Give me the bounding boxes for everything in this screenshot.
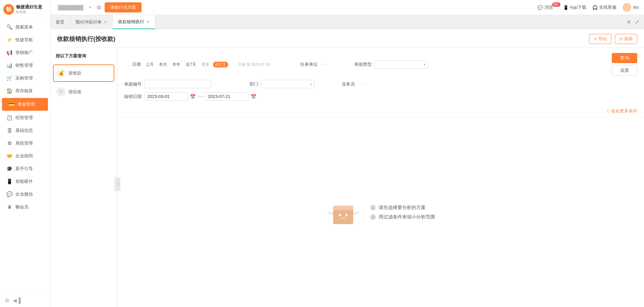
main-area: ████████ ▾ ⚙ 体验行业方案 💬 消息 99+ 📱 App下载 🎧 在…	[50, 0, 644, 307]
sidebar-item-finance[interactable]: 💳 资金管理	[2, 98, 48, 111]
calendar-icon[interactable]: 📅	[190, 94, 196, 99]
topbar: ████████ ▾ ⚙ 体验行业方案 💬 消息 99+ 📱 App下载 🎧 在…	[50, 0, 644, 15]
sidebar-item-wxwork[interactable]: 💬 企业微信	[0, 188, 50, 201]
sidebar-item-marketing[interactable]: 📢 营销推广	[0, 46, 50, 59]
calendar-icon[interactable]: 📅	[251, 94, 256, 99]
topbar-right: 💬 消息 99+ 📱 App下载 🎧 在线客服 Rit	[538, 3, 639, 12]
brand-edition: 标准版	[16, 10, 42, 14]
empty-hint-2-text: 用过滤条件来缩小分析范围	[379, 214, 435, 220]
dept-label: 部门	[241, 81, 258, 87]
bill-type-select[interactable]	[374, 60, 428, 69]
tab-label: 首页	[56, 19, 64, 25]
sidebar-item-hardware[interactable]: 📱 智能硬件	[0, 175, 50, 188]
purchase-icon: 🛒	[6, 75, 13, 81]
sidebar-item-basicinfo[interactable]: 🗄 基础信息	[0, 124, 50, 137]
service-label: 在线客服	[599, 4, 616, 10]
sidebar-item-label: 新手引导	[15, 166, 33, 172]
tab-home[interactable]: 首页	[50, 15, 70, 29]
collapse-sidebar-icon[interactable]: ◀▐	[13, 297, 20, 304]
filter-collapse-button[interactable]: 《	[114, 177, 120, 191]
sidebar-item-member[interactable]: ♛ 畅会员	[0, 201, 50, 213]
filter-item-by-receipt[interactable]: 💰 按收款	[53, 64, 114, 82]
finance-icon: 💳	[8, 101, 15, 107]
message-button[interactable]: 💬 消息 99+	[538, 4, 557, 10]
date-more-button[interactable]: 更多	[200, 61, 212, 68]
wxwork-icon: 💬	[6, 191, 13, 197]
sidebar-item-search[interactable]: 🔍 搜索菜单	[0, 21, 50, 34]
sidebar-item-sysconfig[interactable]: ⚙ 系统管理	[0, 137, 50, 150]
empty-hints: 1 请先选择要分析的方案 2 用过滤条件来缩小分析范围	[370, 205, 435, 220]
sidebar-item-label: 畅会员	[15, 204, 29, 210]
refresh-button[interactable]: ↺ 刷新	[615, 34, 637, 44]
filter-item-by-receivable[interactable]: ⏱ 按应收	[53, 83, 114, 101]
sidebar-bottom: ⚙ ◀▐	[0, 294, 50, 307]
bill-type-field: 单据类型 ▾	[354, 60, 428, 69]
filter-sidebar: 按以下方案查询 💰 按收款 ⏱ 按应收 《	[50, 48, 117, 307]
sidebar-item-collab[interactable]: 🤝 企业协同	[0, 150, 50, 162]
export-button[interactable]: ↗ 导出	[589, 34, 611, 44]
online-service-button[interactable]: 🎧 在线客服	[592, 4, 616, 10]
gear-icon[interactable]: ⚙	[97, 4, 101, 11]
sales-icon: 📊	[6, 62, 13, 68]
refresh-label: 刷新	[624, 36, 633, 42]
sidebar-item-purchase[interactable]: 🛒 采购管理	[0, 72, 50, 85]
hardware-icon: 📱	[6, 178, 13, 185]
svg-line-5	[353, 212, 358, 214]
sidebar-item-guide[interactable]: 🎓 新手引导	[0, 162, 50, 175]
date-custom-badge[interactable]: 自定义	[213, 62, 228, 67]
sidebar-nav: 🔍 搜索菜单 ⚡ 快捷导航 📢 营销推广 📊 销售管理 🛒 采购管理 🏠 库存核…	[0, 19, 50, 294]
sidebar-item-manage[interactable]: 📋 经营管理	[0, 111, 50, 124]
verify-date-end-input[interactable]	[205, 92, 249, 101]
sidebar-item-label: 库存核算	[15, 88, 33, 94]
date-last-month[interactable]: 上月	[144, 61, 156, 68]
logo-text-block: 畅捷通好生意 标准版	[16, 4, 42, 14]
sidebar-item-label: 经营管理	[15, 115, 33, 121]
filter-row-1: 日期 上月 本月 本年 近7天 更多 自定义	[124, 53, 637, 76]
guide-icon: 🎓	[6, 166, 13, 172]
dept-select[interactable]	[261, 80, 315, 88]
verify-date-field: 核销日期 📅 — 📅	[124, 92, 256, 101]
bill-no-input[interactable]	[144, 80, 211, 88]
collab-icon: 🤝	[6, 153, 13, 159]
user-area[interactable]: Rit	[623, 3, 639, 12]
sidebar-item-label: 基础信息	[15, 127, 33, 134]
content-area: 按以下方案查询 💰 按收款 ⏱ 按应收 《	[50, 48, 644, 307]
page-header: 收款核销执行(按收款) ↗ 导出 ↺ 刷新	[50, 29, 644, 48]
counterparty-dots[interactable]: ···	[320, 61, 331, 67]
sidebar-item-inventory[interactable]: 🏠 库存核算	[0, 85, 50, 97]
sidebar-item-label: 快捷导航	[15, 37, 33, 43]
tab-prepay[interactable]: 预付冲应付单 ✕	[70, 15, 113, 29]
close-icon[interactable]: ✕	[146, 19, 150, 24]
close-tab-button[interactable]: ✕	[625, 17, 632, 27]
date-this-year[interactable]: 本年	[170, 61, 182, 68]
settings-button[interactable]: 设置	[612, 65, 637, 76]
sidebar-item-sales[interactable]: 📊 销售管理	[0, 59, 50, 72]
svg-point-2	[338, 214, 341, 216]
verify-date-start-input[interactable]	[144, 92, 188, 101]
collapse-more-button[interactable]: 《 收起更多条件	[605, 108, 637, 114]
date-this-month[interactable]: 本月	[157, 61, 169, 68]
message-icon: 💬	[538, 5, 543, 10]
expand-tab-button[interactable]: ⤢	[634, 17, 641, 27]
collapse-more-label: 收起更多条件	[611, 108, 637, 114]
filter-form-area: 日期 上月 本月 本年 近7天 更多 自定义	[117, 48, 644, 118]
filter-sidebar-title: 按以下方案查询	[53, 52, 114, 60]
tab-collection[interactable]: 收款核销执行 ✕	[113, 15, 155, 29]
date-last-7days[interactable]: 近7天	[184, 61, 198, 68]
staff-dots[interactable]: ···	[358, 81, 368, 87]
chevron-down-icon[interactable]: ▾	[89, 5, 91, 10]
empty-hint-1-text: 请先选择要分析的方案	[379, 205, 426, 211]
settings-bottom-icon[interactable]: ⚙	[5, 297, 9, 304]
logo-icon: 畅	[3, 4, 14, 15]
close-icon[interactable]: ✕	[104, 20, 107, 24]
empty-hint-1: 1 请先选择要分析的方案	[370, 205, 435, 211]
solution-button[interactable]: 体验行业方案	[105, 2, 142, 12]
date-unlimit-text: 不限 至 2023-07-26	[238, 62, 270, 67]
message-label: 消息	[544, 4, 553, 10]
query-button[interactable]: 查询	[612, 53, 637, 63]
lightning-icon: ⚡	[6, 37, 13, 43]
receivable-icon: ⏱	[56, 87, 66, 97]
sidebar-item-quicknav[interactable]: ⚡ 快捷导航	[0, 34, 50, 46]
sidebar-item-label: 系统管理	[15, 140, 33, 146]
app-download-button[interactable]: 📱 App下载	[563, 4, 586, 10]
